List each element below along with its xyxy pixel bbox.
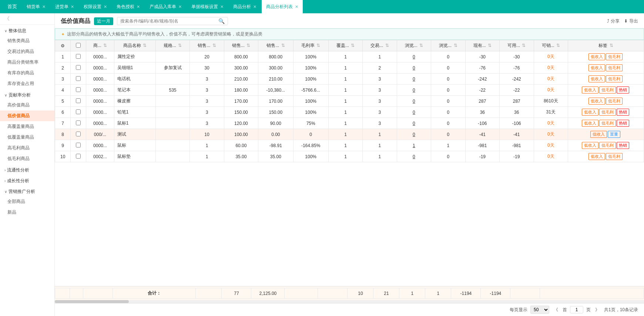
select-all-checkbox[interactable] — [76, 43, 81, 48]
nav-close-1[interactable]: ✕ — [71, 4, 74, 9]
row-col7[interactable]: 0 — [397, 151, 431, 162]
nav-item-5[interactable]: 单据模板设置 ✕ — [187, 0, 228, 13]
col-checkbox-all[interactable] — [71, 40, 86, 51]
sidebar-group-liquidity[interactable]: › 流通性分析 — [0, 164, 54, 175]
col-gross-margin[interactable]: 毛利率 ⇅ — [293, 40, 328, 51]
col-browse1[interactable]: 浏览... ⇅ — [397, 40, 431, 51]
row-checkbox[interactable] — [71, 96, 86, 107]
sidebar-item-traded-goods[interactable]: 交易过的商品 — [0, 46, 54, 57]
horizontal-scrollbar[interactable] — [55, 300, 644, 303]
row-select-checkbox[interactable] — [76, 143, 81, 147]
sidebar-item-low-value[interactable]: 低价值商品 — [0, 111, 54, 121]
sidebar-item-sales-goods[interactable]: 销售类商品 — [0, 35, 54, 46]
row-checkbox[interactable] — [71, 51, 86, 62]
col-sellable[interactable]: 可销... ⇅ — [534, 40, 568, 51]
nav-item-6[interactable]: 商品分析 ✕ — [229, 0, 261, 13]
row-select-checkbox[interactable] — [76, 87, 81, 92]
sidebar-item-high-coverage[interactable]: 高覆盖量商品 — [0, 121, 54, 132]
sidebar-group-overall[interactable]: ∨ 整体信息 — [0, 25, 54, 35]
nav-item-2[interactable]: 权限设置 ✕ — [79, 0, 111, 13]
row-col2: 150.00 — [224, 107, 258, 118]
scrollbar-thumb[interactable] — [55, 300, 129, 303]
nav-close-2[interactable]: ✕ — [104, 4, 107, 9]
col-name[interactable]: 商品名称 ⇅ — [114, 40, 155, 51]
row-select-checkbox[interactable] — [76, 120, 81, 125]
prev-page-btn[interactable]: 《 — [552, 306, 560, 314]
row-col7[interactable]: 1 — [397, 140, 431, 151]
row-col7[interactable]: 0 — [397, 118, 431, 129]
row-tags: 低收入低毛利 — [568, 151, 644, 162]
row-checkbox[interactable] — [71, 107, 86, 118]
page-number-input[interactable] — [570, 306, 583, 313]
col-transaction[interactable]: 交易... ⇅ — [363, 40, 397, 51]
row-col7[interactable]: 0 — [397, 85, 431, 96]
row-checkbox[interactable] — [71, 151, 86, 162]
row-col7[interactable]: 0 — [397, 62, 431, 74]
row-checkbox[interactable] — [71, 74, 86, 85]
next-page-btn[interactable]: 》 — [594, 306, 601, 314]
row-select-checkbox[interactable] — [76, 54, 81, 59]
row-select-checkbox[interactable] — [76, 65, 81, 70]
col-browse2[interactable]: 浏览... ⇅ — [431, 40, 465, 51]
sidebar-item-stock-capital[interactable]: 库存资金占用 — [0, 78, 54, 89]
sidebar-item-all-goods[interactable]: 全部商品 — [0, 196, 54, 207]
export-button[interactable]: ⬇ 导出 — [624, 18, 638, 24]
nav-close-3[interactable]: ✕ — [137, 4, 140, 9]
sidebar-item-high-profit[interactable]: 高毛利商品 — [0, 143, 54, 153]
nav-item-1[interactable]: 进货单 ✕ — [51, 0, 78, 13]
nav-close-5[interactable]: ✕ — [220, 4, 224, 9]
row-checkbox[interactable] — [71, 129, 86, 140]
col-current-stock[interactable]: 现有... ⇅ — [465, 40, 499, 51]
col-sales1[interactable]: 销售... ⇅ — [190, 40, 224, 51]
sidebar-group-growth[interactable]: › 成长性分析 — [0, 175, 54, 186]
sidebar-collapse-btn[interactable]: 《 — [3, 16, 11, 22]
row-select-checkbox[interactable] — [76, 98, 81, 103]
sidebar-group-marketing[interactable]: ∨ 营销推广分析 — [0, 186, 54, 196]
nav-close-6[interactable]: ✕ — [253, 4, 256, 9]
row-col7[interactable]: 0 — [397, 74, 431, 85]
nav-home[interactable]: 首页 — [3, 0, 21, 13]
date-tag[interactable]: 近一月 — [94, 17, 113, 25]
col-tags[interactable]: 标签 ⇅ — [568, 40, 644, 51]
nav-item-7[interactable]: 商品分析列表 ✕ — [262, 0, 303, 13]
row-col3: 90.00 — [258, 118, 293, 129]
row-checkbox[interactable] — [71, 85, 86, 96]
col-available[interactable]: 可用... ⇅ — [500, 40, 534, 51]
nav-close-7[interactable]: ✕ — [295, 4, 298, 9]
col-sales2[interactable]: 销售... ⇅ — [224, 40, 258, 51]
sidebar-item-new-goods[interactable]: 新品 — [0, 207, 54, 218]
per-page-select[interactable]: 50 100 200 — [530, 306, 549, 314]
nav-item-3[interactable]: 角色授权 ✕ — [112, 0, 144, 13]
row-col7[interactable]: 0 — [397, 51, 431, 62]
row-col7[interactable]: 0 — [397, 129, 431, 140]
col-coverage[interactable]: 覆盖... ⇅ — [328, 40, 362, 51]
nav-item-0[interactable]: 销货单 ✕ — [22, 0, 50, 13]
search-input[interactable] — [120, 18, 217, 24]
search-icon[interactable]: 🔍 — [218, 18, 225, 24]
row-col7[interactable]: 0 — [397, 107, 431, 118]
row-checkbox[interactable] — [71, 62, 86, 74]
sidebar-item-high-value[interactable]: 高价值商品 — [0, 100, 54, 111]
nav-item-4[interactable]: 产成品入库单 ✕ — [145, 0, 186, 13]
row-select-checkbox[interactable] — [76, 109, 81, 114]
row-col7[interactable]: 0 — [397, 96, 431, 107]
col-spec[interactable]: 规格... ⇅ — [155, 40, 189, 51]
nav-close-0[interactable]: ✕ — [42, 4, 46, 9]
col-code[interactable]: 商... ⇅ — [86, 40, 114, 51]
share-button[interactable]: ⤴ 分享 — [607, 18, 620, 24]
row-select-checkbox[interactable] — [76, 76, 81, 81]
row-checkbox[interactable] — [71, 140, 86, 151]
sidebar-item-low-profit[interactable]: 低毛利商品 — [0, 153, 54, 164]
row-select-checkbox[interactable] — [76, 154, 81, 159]
row-checkbox[interactable] — [71, 118, 86, 129]
sidebar-group-contribution[interactable]: ∨ 贡献率分析 — [0, 89, 54, 100]
row-select-checkbox[interactable] — [76, 132, 81, 136]
sidebar-item-low-coverage[interactable]: 低覆盖量商品 — [0, 132, 54, 143]
table-container[interactable]: ⚙ 商... ⇅ 商品名称 ⇅ 规格... ⇅ 销售... ⇅ 销售... ⇅ … — [55, 40, 644, 286]
col-sales3[interactable]: 销售... ⇅ — [258, 40, 293, 51]
col-settings[interactable]: ⚙ — [55, 40, 71, 51]
nav-close-4[interactable]: ✕ — [178, 4, 182, 9]
sidebar-item-stock-goods[interactable]: 有库存的商品 — [0, 68, 54, 78]
row-num: 2 — [55, 62, 71, 74]
sidebar-item-category-sales-rate[interactable]: 商品分类销售率 — [0, 57, 54, 68]
